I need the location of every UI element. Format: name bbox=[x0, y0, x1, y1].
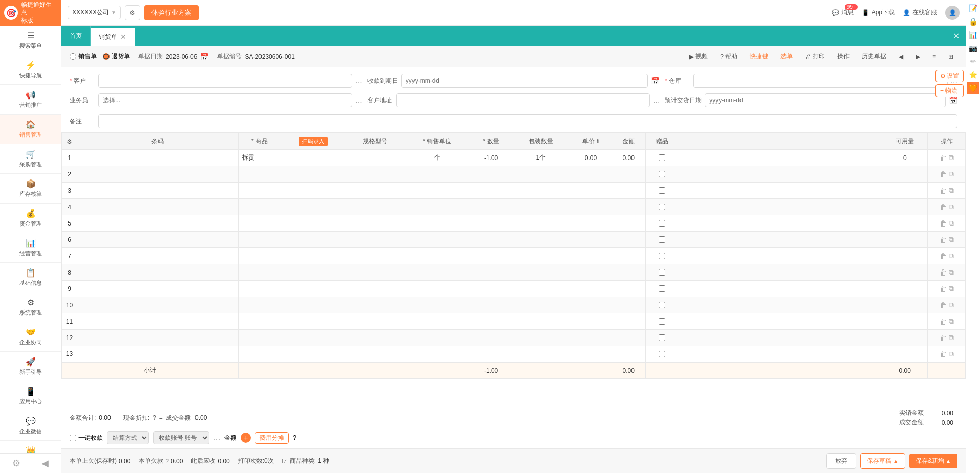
app-download-item[interactable]: 📱 App下载 bbox=[862, 8, 895, 17]
row-qty-3[interactable] bbox=[470, 183, 512, 199]
copy-icon-10[interactable]: ⧉ bbox=[949, 301, 954, 309]
row-barcode-9[interactable] bbox=[77, 281, 239, 297]
delete-icon-3[interactable]: 🗑 bbox=[940, 187, 947, 195]
gift-checkbox-10[interactable] bbox=[659, 302, 665, 308]
row-amount-4[interactable] bbox=[612, 199, 646, 215]
date-calendar-icon[interactable]: 📅 bbox=[200, 53, 209, 61]
sidebar-item-wechat[interactable]: 💬 企业微信 bbox=[0, 411, 61, 441]
tab-close-icon[interactable]: ✕ bbox=[120, 33, 126, 41]
one-click-payment-checkbox[interactable]: 一键收款 bbox=[70, 434, 103, 442]
tab-sales-order[interactable]: 销货单 ✕ bbox=[91, 28, 135, 46]
row-qty-10[interactable] bbox=[470, 297, 512, 313]
row-price-11[interactable] bbox=[570, 313, 612, 330]
row-amount-7[interactable] bbox=[612, 248, 646, 264]
row-gift-3[interactable] bbox=[645, 183, 679, 199]
row-goods-12[interactable] bbox=[238, 330, 280, 346]
row-barcode-11[interactable] bbox=[77, 313, 239, 330]
actions-btn[interactable]: 操作 bbox=[833, 50, 854, 63]
gift-checkbox-2[interactable] bbox=[659, 171, 665, 177]
gift-checkbox-1[interactable] bbox=[659, 154, 665, 161]
abandon-button[interactable]: 放弃 bbox=[826, 453, 856, 469]
delete-icon-5[interactable]: 🗑 bbox=[940, 219, 947, 228]
sidebar-item-search[interactable]: ☰ 搜索菜单 bbox=[0, 26, 61, 55]
expected-date-input[interactable] bbox=[705, 93, 946, 107]
row-spec-2[interactable] bbox=[346, 166, 404, 183]
row-price-2[interactable] bbox=[570, 166, 612, 183]
trial-button[interactable]: 体验行业方案 bbox=[144, 5, 199, 20]
sidebar-item-system[interactable]: ⚙ 系统管理 bbox=[0, 292, 61, 322]
barcode-input-10[interactable] bbox=[79, 302, 236, 309]
row-qty-9[interactable] bbox=[470, 281, 512, 297]
row-price-10[interactable] bbox=[570, 297, 612, 313]
copy-icon-7[interactable]: ⧉ bbox=[949, 252, 954, 260]
row-unit-2[interactable] bbox=[404, 166, 470, 183]
row-qty-5[interactable] bbox=[470, 215, 512, 232]
row-unit-6[interactable] bbox=[404, 232, 470, 248]
tab-close-button[interactable]: ✕ bbox=[947, 26, 966, 46]
row-spec-8[interactable] bbox=[346, 264, 404, 281]
row-pack-qty-11[interactable] bbox=[512, 313, 570, 330]
barcode-input-3[interactable] bbox=[79, 187, 236, 194]
delete-icon-7[interactable]: 🗑 bbox=[940, 252, 947, 260]
settings-bottom-icon[interactable]: ⚙ bbox=[12, 458, 20, 469]
right-panel-btn-6[interactable]: ⭐ bbox=[967, 69, 979, 81]
radio-sales[interactable]: 销售单 bbox=[70, 52, 97, 61]
row-barcode-1[interactable] bbox=[77, 150, 239, 166]
delete-icon-10[interactable]: 🗑 bbox=[940, 301, 947, 309]
gift-checkbox-11[interactable] bbox=[659, 318, 665, 325]
logistics-button[interactable]: + 物流 bbox=[935, 84, 964, 97]
row-qty-2[interactable] bbox=[470, 166, 512, 183]
barcode-input-1[interactable] bbox=[79, 154, 236, 162]
row-spec-11[interactable] bbox=[346, 313, 404, 330]
barcode-input-2[interactable] bbox=[79, 171, 236, 178]
row-gift-10[interactable] bbox=[645, 297, 679, 313]
row-amount-12[interactable] bbox=[612, 330, 646, 346]
row-amount-3[interactable] bbox=[612, 183, 646, 199]
copy-icon-12[interactable]: ⧉ bbox=[949, 333, 954, 342]
copy-icon-1[interactable]: ⧉ bbox=[949, 153, 954, 162]
gift-checkbox-5[interactable] bbox=[659, 220, 665, 227]
row-price-1[interactable]: 0.00 bbox=[570, 150, 612, 166]
history-btn[interactable]: 历史单据 bbox=[858, 50, 890, 63]
row-goods-8[interactable] bbox=[238, 264, 280, 281]
copy-icon-11[interactable]: ⧉ bbox=[949, 317, 954, 326]
sidebar-item-purchase[interactable]: 🛒 采购管理 bbox=[0, 144, 61, 174]
row-goods-5[interactable] bbox=[238, 215, 280, 232]
row-barcode-13[interactable] bbox=[77, 346, 239, 363]
row-spec-4[interactable] bbox=[346, 199, 404, 215]
row-gift-12[interactable] bbox=[645, 330, 679, 346]
delete-icon-8[interactable]: 🗑 bbox=[940, 268, 947, 277]
due-date-input[interactable] bbox=[401, 74, 648, 88]
delete-icon-1[interactable]: 🗑 bbox=[940, 154, 947, 162]
sidebar-item-app-center[interactable]: 📱 应用中心 bbox=[0, 381, 61, 411]
barcode-input-8[interactable] bbox=[79, 269, 236, 276]
row-spec-7[interactable] bbox=[346, 248, 404, 264]
row-gift-7[interactable] bbox=[645, 248, 679, 264]
row-pack-qty-7[interactable] bbox=[512, 248, 570, 264]
row-price-6[interactable] bbox=[570, 232, 612, 248]
add-button[interactable]: + bbox=[241, 433, 251, 443]
barcode-input-12[interactable] bbox=[79, 334, 236, 342]
row-amount-11[interactable] bbox=[612, 313, 646, 330]
right-panel-btn-4[interactable]: 📷 bbox=[967, 42, 979, 54]
row-qty-1[interactable]: -1.00 bbox=[470, 150, 512, 166]
account-select[interactable]: 收款账号 账号 bbox=[153, 431, 209, 444]
customer-dots[interactable]: ... bbox=[355, 76, 362, 85]
barcode-input-7[interactable] bbox=[79, 253, 236, 260]
row-goods-10[interactable] bbox=[238, 297, 280, 313]
row-barcode-4[interactable] bbox=[77, 199, 239, 215]
copy-icon-6[interactable]: ⧉ bbox=[949, 235, 954, 244]
row-qty-6[interactable] bbox=[470, 232, 512, 248]
sidebar-item-marketing[interactable]: 📢 营销推广 bbox=[0, 85, 61, 115]
salesperson-input[interactable] bbox=[98, 93, 352, 107]
row-unit-1[interactable]: 个 bbox=[404, 150, 470, 166]
row-goods-1[interactable]: 拆贡 bbox=[238, 150, 280, 166]
sidebar-item-guide[interactable]: 🚀 新手引导 bbox=[0, 352, 61, 381]
right-panel-btn-5[interactable]: ✏ bbox=[967, 55, 979, 67]
due-date-calendar-icon[interactable]: 📅 bbox=[651, 77, 660, 85]
row-amount-5[interactable] bbox=[612, 215, 646, 232]
row-price-5[interactable] bbox=[570, 215, 612, 232]
sidebar-item-finance[interactable]: 💰 资金管理 bbox=[0, 204, 61, 233]
sidebar-item-basic-info[interactable]: 📋 基础信息 bbox=[0, 263, 61, 292]
barcode-input-11[interactable] bbox=[79, 318, 236, 325]
